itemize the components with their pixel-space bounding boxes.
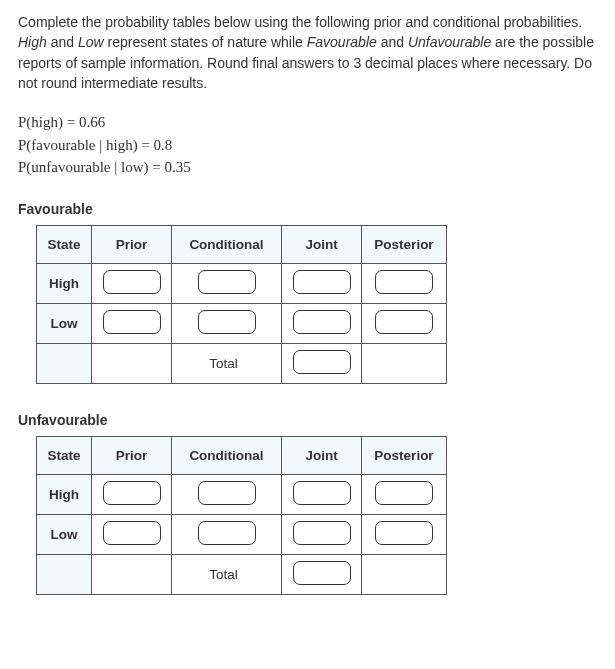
table-row-total: Total bbox=[37, 343, 447, 383]
equation-p-fav-given-high: P(favourable | high) = 0.8 bbox=[18, 134, 597, 157]
input-unfav-high-joint[interactable] bbox=[293, 481, 351, 505]
col-header-prior: Prior bbox=[92, 225, 172, 263]
input-fav-low-conditional[interactable] bbox=[198, 310, 256, 334]
table-row: High bbox=[37, 263, 447, 303]
table-row: Low bbox=[37, 303, 447, 343]
input-unfav-high-prior[interactable] bbox=[103, 481, 161, 505]
instr-em-low: Low bbox=[78, 34, 104, 50]
input-unfav-total-joint[interactable] bbox=[293, 561, 351, 585]
empty-cell bbox=[37, 343, 92, 383]
input-fav-high-posterior[interactable] bbox=[375, 270, 433, 294]
table-row: Low bbox=[37, 514, 447, 554]
empty-cell bbox=[92, 554, 172, 594]
input-unfav-low-joint[interactable] bbox=[293, 521, 351, 545]
input-unfav-low-prior[interactable] bbox=[103, 521, 161, 545]
input-unfav-high-conditional[interactable] bbox=[198, 481, 256, 505]
input-unfav-low-posterior[interactable] bbox=[375, 521, 433, 545]
col-header-conditional: Conditional bbox=[172, 436, 282, 474]
instr-em-unfavourable: Unfavourable bbox=[408, 34, 491, 50]
col-header-joint: Joint bbox=[282, 225, 362, 263]
empty-cell bbox=[92, 343, 172, 383]
given-equations: P(high) = 0.66 P(favourable | high) = 0.… bbox=[18, 111, 597, 179]
input-fav-high-conditional[interactable] bbox=[198, 270, 256, 294]
equation-p-unfav-given-low: P(unfavourable | low) = 0.35 bbox=[18, 156, 597, 179]
instr-text: and bbox=[47, 34, 78, 50]
empty-cell bbox=[362, 343, 447, 383]
col-header-state: State bbox=[37, 436, 92, 474]
instr-text: Complete the probability tables below us… bbox=[18, 14, 582, 30]
col-header-posterior: Posterior bbox=[362, 436, 447, 474]
instructions-paragraph: Complete the probability tables below us… bbox=[18, 12, 597, 93]
row-label-low: Low bbox=[37, 303, 92, 343]
empty-cell bbox=[37, 554, 92, 594]
input-fav-low-prior[interactable] bbox=[103, 310, 161, 334]
col-header-prior: Prior bbox=[92, 436, 172, 474]
table-title-favourable: Favourable bbox=[18, 201, 597, 217]
equation-p-high: P(high) = 0.66 bbox=[18, 111, 597, 134]
table-row: High bbox=[37, 474, 447, 514]
input-fav-high-joint[interactable] bbox=[293, 270, 351, 294]
input-fav-total-joint[interactable] bbox=[293, 350, 351, 374]
empty-cell bbox=[362, 554, 447, 594]
table-title-unfavourable: Unfavourable bbox=[18, 412, 597, 428]
instr-em-favourable: Favourable bbox=[307, 34, 377, 50]
col-header-state: State bbox=[37, 225, 92, 263]
instr-text: represent states of nature while bbox=[104, 34, 307, 50]
row-label-high: High bbox=[37, 263, 92, 303]
col-header-joint: Joint bbox=[282, 436, 362, 474]
row-label-high: High bbox=[37, 474, 92, 514]
input-unfav-high-posterior[interactable] bbox=[375, 481, 433, 505]
instr-text: and bbox=[377, 34, 408, 50]
input-unfav-low-conditional[interactable] bbox=[198, 521, 256, 545]
instr-em-high: High bbox=[18, 34, 47, 50]
col-header-posterior: Posterior bbox=[362, 225, 447, 263]
unfavourable-table: State Prior Conditional Joint Posterior … bbox=[36, 436, 447, 595]
favourable-table: State Prior Conditional Joint Posterior … bbox=[36, 225, 447, 384]
input-fav-high-prior[interactable] bbox=[103, 270, 161, 294]
input-fav-low-posterior[interactable] bbox=[375, 310, 433, 334]
row-label-low: Low bbox=[37, 514, 92, 554]
total-label: Total bbox=[172, 554, 282, 594]
input-fav-low-joint[interactable] bbox=[293, 310, 351, 334]
table-row-total: Total bbox=[37, 554, 447, 594]
total-label: Total bbox=[172, 343, 282, 383]
col-header-conditional: Conditional bbox=[172, 225, 282, 263]
